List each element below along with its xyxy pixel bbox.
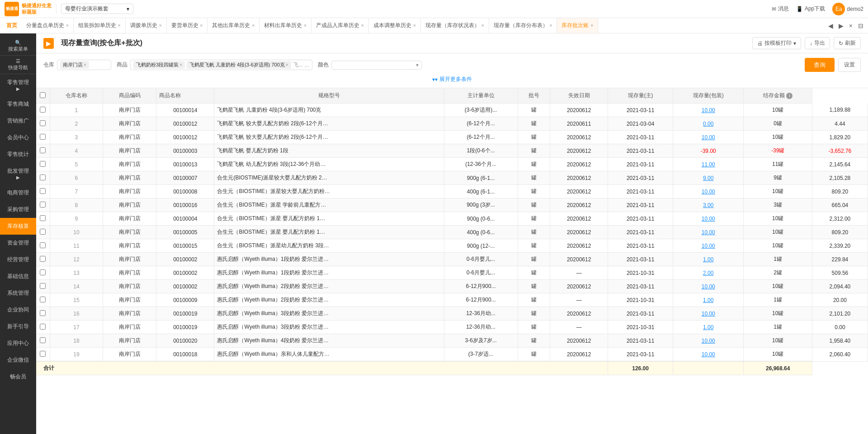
sidebar-search[interactable]: 🔍 搜索菜单 (0, 37, 36, 56)
setting-button[interactable]: 设置 (838, 58, 861, 72)
tab-stock-status[interactable]: 现存量（库存状况表） × (421, 18, 489, 33)
sidebar-item-purchase[interactable]: 采购管理 (0, 201, 36, 218)
cell-qty[interactable]: 10.00 (673, 131, 743, 144)
tab-split-inventory[interactable]: 分量盘点单历史 × (22, 18, 74, 33)
cell-qty[interactable]: 1.00 (673, 321, 743, 334)
sidebar-item-stats[interactable]: 零售统计 (0, 146, 36, 163)
cell-qty[interactable]: 1.00 (673, 293, 743, 307)
cell-qty[interactable]: 0.00 (673, 117, 743, 131)
sidebar-item-vip[interactable]: 畅会员 (0, 368, 36, 385)
tab-menu-button[interactable]: ⊟ (855, 22, 866, 29)
row-checkbox[interactable] (36, 280, 50, 293)
app-download-button[interactable]: 📱 App下载 (796, 5, 825, 13)
user-avatar[interactable]: Ea demo2 (832, 3, 863, 15)
cell-qty[interactable]: 11.00 (673, 158, 743, 171)
row-checkbox[interactable] (36, 226, 50, 239)
sidebar-item-retail[interactable]: 零售管理 ▶ (0, 74, 36, 96)
row-checkbox[interactable] (36, 321, 50, 334)
tab-stock-dist[interactable]: 现存量（库存分布表） × (489, 18, 557, 33)
sidebar-item-finance[interactable]: 资金管理 (0, 235, 36, 251)
select-all-checkbox[interactable] (40, 92, 46, 98)
sidebar-nav[interactable]: ☰ 快捷导航 (0, 56, 36, 74)
tab-close-all-button[interactable]: × (846, 22, 855, 29)
sidebar-item-operation[interactable]: 经营管理 (0, 251, 36, 268)
tab-close-batch-account[interactable]: × (590, 23, 593, 28)
query-button[interactable]: 查询 (805, 58, 835, 72)
product-tag-2-close[interactable]: × (286, 62, 288, 67)
amount-info-icon[interactable]: i (786, 93, 793, 99)
sidebar-item-shop[interactable]: 零售商城 (0, 96, 36, 113)
sidebar-item-system[interactable]: 系统管理 (0, 285, 36, 302)
tab-adjust[interactable]: 调拨单历史 × (126, 18, 167, 33)
tab-material-out[interactable]: 材料出库单历史 × (259, 18, 311, 33)
sidebar-item-inventory[interactable]: 库存核算 (0, 218, 36, 235)
product-tag-group[interactable]: 飞鹤奶粉3段四罐装 × 飞鹤星飞帆 儿童奶粉 4段(3-6岁适用) 700克 ×… (130, 60, 312, 70)
cell-qty[interactable]: 10.00 (673, 239, 743, 253)
tab-next-button[interactable]: ▶ (836, 22, 846, 29)
tab-close-stock-status[interactable]: × (481, 23, 484, 28)
warehouse-tag-group[interactable]: 南岸门店 × (57, 60, 111, 70)
row-checkbox[interactable] (36, 293, 50, 307)
tab-home[interactable]: 首页 (2, 22, 22, 29)
sidebar-item-marketing[interactable]: 营销推广 (0, 113, 36, 129)
product-tag-1-close[interactable]: × (179, 62, 182, 67)
cell-qty[interactable]: 3.00 (673, 198, 743, 212)
row-checkbox[interactable] (36, 307, 50, 321)
sidebar-item-cooperation[interactable]: 企业协同 (0, 302, 36, 318)
row-checkbox[interactable] (36, 171, 50, 185)
cell-qty[interactable]: 10.00 (673, 212, 743, 226)
row-checkbox[interactable] (36, 158, 50, 171)
tab-close-material-out[interactable]: × (304, 23, 307, 28)
tab-disassemble[interactable]: 组装拆卸单历史 × (74, 18, 126, 33)
row-checkbox[interactable] (36, 131, 50, 144)
expand-arrow-button[interactable]: ▶ (43, 38, 54, 49)
tab-require[interactable]: 要货单历史 × (167, 18, 208, 33)
company-selector[interactable]: 母婴行业演示账套 ▾ (61, 4, 133, 14)
row-checkbox[interactable] (36, 117, 50, 131)
expand-more-button[interactable]: ▾▾ 展开更多条件 (43, 75, 861, 83)
product-filter-more[interactable]: 飞... (293, 61, 303, 69)
tab-close-adjust[interactable]: × (159, 23, 162, 28)
tab-close-stock-dist[interactable]: × (550, 23, 552, 28)
row-checkbox[interactable] (36, 212, 50, 226)
warehouse-tag-1-close[interactable]: × (84, 62, 86, 67)
cell-qty[interactable]: 10.00 (673, 280, 743, 293)
cell-qty[interactable]: 9.00 (673, 171, 743, 185)
sidebar-item-wechat[interactable]: 企业微信 (0, 352, 36, 368)
row-checkbox[interactable] (36, 239, 50, 253)
tab-close-disassemble[interactable]: × (118, 23, 121, 28)
tab-close-split-inventory[interactable]: × (66, 23, 69, 28)
tab-prev-button[interactable]: ◀ (826, 22, 836, 29)
sidebar-item-wholesale[interactable]: 批发管理 ▶ (0, 163, 36, 184)
cell-qty[interactable]: 10.00 (673, 307, 743, 321)
tab-other-out[interactable]: 其他出库单历史 × (208, 18, 259, 33)
cell-qty[interactable]: 10.00 (673, 348, 743, 362)
tab-batch-account[interactable]: 库存批次账 × (557, 18, 598, 33)
row-checkbox[interactable] (36, 104, 50, 117)
print-button[interactable]: 🖨 按模板打印 ▾ (752, 37, 801, 49)
sidebar-item-guide[interactable]: 新手引导 (0, 318, 36, 335)
sidebar-item-member[interactable]: 会员中心 (0, 129, 36, 146)
tab-product-in[interactable]: 产成品入库单历史 × (311, 18, 369, 33)
tab-close-other-out[interactable]: × (252, 23, 255, 28)
export-button[interactable]: ↓ 导出 (805, 37, 830, 49)
tab-close-cost-adjust[interactable]: × (413, 23, 416, 28)
row-checkbox[interactable] (36, 348, 50, 362)
cell-qty[interactable]: 10.00 (673, 334, 743, 348)
sidebar-item-basic[interactable]: 基础信息 (0, 268, 36, 285)
cell-qty[interactable]: 10.00 (673, 226, 743, 239)
sidebar-item-ecommerce[interactable]: 电商管理 (0, 184, 36, 201)
row-checkbox[interactable] (36, 334, 50, 348)
cell-qty[interactable]: 10.00 (673, 185, 743, 198)
row-checkbox[interactable] (36, 185, 50, 198)
tab-cost-adjust[interactable]: 成本调整单历史 × (369, 18, 421, 33)
sidebar-item-appstore[interactable]: 应用中心 (0, 335, 36, 352)
row-checkbox[interactable] (36, 266, 50, 280)
cell-qty[interactable]: 1.00 (673, 253, 743, 266)
refresh-button[interactable]: ↻ 刷新 (834, 37, 861, 49)
row-checkbox[interactable] (36, 253, 50, 266)
cell-qty[interactable]: 10.00 (673, 104, 743, 117)
cell-qty[interactable]: 2.00 (673, 266, 743, 280)
row-checkbox[interactable] (36, 144, 50, 158)
message-button[interactable]: ✉ 消息 (772, 5, 789, 13)
